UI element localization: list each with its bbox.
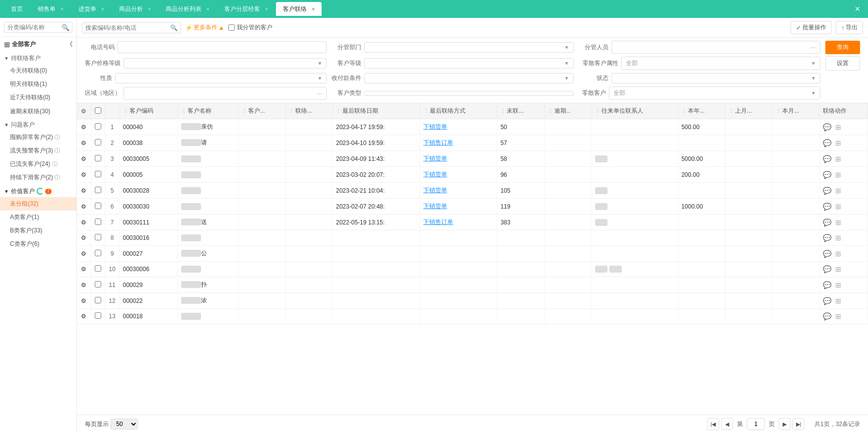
- sidebar-item-7days-pending[interactable]: 近7天待联络(0): [0, 91, 76, 104]
- my-customers-checkbox[interactable]: [228, 24, 235, 31]
- action-grid-icon[interactable]: ⊞: [835, 265, 841, 273]
- contact-method-link[interactable]: 下销售订单: [423, 139, 453, 146]
- action-comment-icon[interactable]: 💬: [823, 171, 831, 179]
- tab-product-analysis[interactable]: 商品分析 ×: [112, 2, 158, 16]
- row-checkbox[interactable]: [95, 155, 101, 161]
- row-checkbox[interactable]: [95, 139, 101, 145]
- refresh-icon[interactable]: [37, 188, 44, 195]
- sidebar-item-tomorrow-pending[interactable]: 明天待联络(1): [0, 77, 76, 91]
- action-comment-icon[interactable]: 💬: [823, 139, 831, 147]
- contact-method-link[interactable]: 下销货单: [423, 155, 447, 162]
- row-settings[interactable]: ⚙: [77, 262, 91, 277]
- action-comment-icon[interactable]: 💬: [823, 234, 831, 242]
- row-settings[interactable]: ⚙: [77, 230, 91, 246]
- action-grid-icon[interactable]: ⊞: [835, 297, 841, 305]
- sidebar-item-class-b[interactable]: B类客户(33): [0, 224, 76, 237]
- row-checkbox[interactable]: [95, 250, 101, 256]
- batch-operation-button[interactable]: ✓ 批量操作: [791, 21, 832, 34]
- sidebar-item-declining[interactable]: 持续下滑客户(2) ⓘ: [0, 171, 76, 184]
- sidebar-item-churn-warning[interactable]: 流失预警客户(3) ⓘ: [0, 144, 76, 157]
- sidebar-item-class-a[interactable]: A类客户(1): [0, 211, 76, 224]
- status-select[interactable]: ▼: [611, 73, 820, 83]
- row-settings[interactable]: ⚙: [77, 183, 91, 199]
- action-comment-icon[interactable]: 💬: [823, 155, 831, 163]
- row-checkbox[interactable]: [95, 203, 101, 209]
- action-comment-icon[interactable]: 💬: [823, 250, 831, 258]
- row-settings[interactable]: ⚙: [77, 215, 91, 230]
- close-customer-segment-tab[interactable]: ×: [265, 6, 268, 12]
- region-select[interactable]: ···: [124, 87, 327, 100]
- action-grid-icon[interactable]: ⊞: [835, 281, 841, 289]
- row-settings[interactable]: ⚙: [77, 293, 91, 309]
- close-customer-contact-tab[interactable]: ×: [312, 6, 315, 12]
- customer-type-select[interactable]: [364, 91, 573, 96]
- phone-input[interactable]: [118, 41, 327, 53]
- sidebar-item-class-c[interactable]: C类客户(6): [0, 237, 76, 251]
- action-grid-icon[interactable]: ⊞: [835, 250, 841, 258]
- close-sales-tab[interactable]: ×: [61, 6, 64, 12]
- row-checkbox[interactable]: [95, 234, 101, 240]
- action-comment-icon[interactable]: 💬: [823, 203, 831, 211]
- nature-select[interactable]: ▼: [115, 73, 327, 83]
- reset-button[interactable]: 设置: [825, 56, 860, 71]
- action-comment-icon[interactable]: 💬: [823, 123, 831, 131]
- action-grid-icon[interactable]: ⊞: [835, 139, 841, 147]
- region-dots[interactable]: ···: [317, 89, 323, 97]
- close-product-analysis-tab[interactable]: ×: [148, 6, 151, 12]
- row-settings[interactable]: ⚙: [77, 135, 91, 151]
- per-page-select[interactable]: 50 100 200: [111, 419, 138, 430]
- contact-method-link[interactable]: 下销货单: [423, 123, 447, 130]
- retail-attr-select[interactable]: 全部 ▼: [621, 57, 820, 70]
- sidebar-item-hoard-abnormal[interactable]: 囤购异常客户(2) ⓘ: [0, 131, 76, 144]
- row-checkbox[interactable]: [95, 312, 101, 319]
- action-grid-icon[interactable]: ⊞: [835, 312, 841, 320]
- row-settings[interactable]: ⚙: [77, 246, 91, 262]
- page-number-input[interactable]: [747, 418, 765, 430]
- tab-home[interactable]: 首页: [4, 2, 30, 16]
- action-comment-icon[interactable]: 💬: [823, 281, 831, 289]
- close-window-button[interactable]: ×: [851, 4, 864, 14]
- page-last-button[interactable]: ▶|: [793, 418, 804, 430]
- tab-sales[interactable]: 销售单 ×: [31, 2, 70, 16]
- row-checkbox[interactable]: [95, 171, 101, 177]
- contact-method-link[interactable]: 下销货单: [423, 203, 447, 210]
- collapse-icon[interactable]: 《: [67, 40, 72, 49]
- action-comment-icon[interactable]: 💬: [823, 187, 831, 195]
- export-button[interactable]: ↑ 导出: [836, 21, 863, 34]
- filter-search-input[interactable]: [85, 24, 170, 31]
- sidebar-item-ungrouped[interactable]: 未分组(32): [0, 197, 76, 211]
- action-comment-icon[interactable]: 💬: [823, 265, 831, 273]
- retail-customer-select[interactable]: 全部 ▼: [609, 86, 820, 100]
- action-grid-icon[interactable]: ⊞: [835, 155, 841, 163]
- row-checkbox[interactable]: [95, 265, 101, 272]
- action-grid-icon[interactable]: ⊞: [835, 171, 841, 179]
- row-settings[interactable]: ⚙: [77, 167, 91, 183]
- contact-method-link[interactable]: 下销货单: [423, 171, 447, 178]
- contact-method-link[interactable]: 下销售订单: [423, 218, 453, 225]
- action-comment-icon[interactable]: 💬: [823, 218, 831, 226]
- row-checkbox[interactable]: [95, 123, 101, 130]
- action-grid-icon[interactable]: ⊞: [835, 218, 841, 226]
- tab-customer-contact[interactable]: 客户联络 ×: [276, 2, 322, 16]
- person-select[interactable]: ···: [611, 41, 820, 54]
- row-settings[interactable]: ⚙: [77, 309, 91, 324]
- price-level-select[interactable]: ▼: [124, 58, 327, 69]
- payment-select[interactable]: ▼: [364, 73, 573, 83]
- page-next-button[interactable]: ▶: [779, 418, 791, 430]
- tab-customer-segment[interactable]: 客户分层经客 ×: [217, 2, 275, 16]
- dept-select[interactable]: ▼: [364, 42, 573, 53]
- row-checkbox[interactable]: [95, 297, 101, 303]
- col-settings[interactable]: ⚙: [77, 103, 91, 119]
- sidebar-all-customers[interactable]: ⊞ 全部客户 《: [0, 37, 76, 52]
- action-grid-icon[interactable]: ⊞: [835, 187, 841, 195]
- row-settings[interactable]: ⚙: [77, 119, 91, 135]
- select-all-checkbox[interactable]: [95, 107, 101, 114]
- contact-method-link[interactable]: 下销货单: [423, 187, 447, 194]
- action-grid-icon[interactable]: ⊞: [835, 123, 841, 131]
- row-checkbox[interactable]: [95, 187, 101, 193]
- action-comment-icon[interactable]: 💬: [823, 297, 831, 305]
- action-grid-icon[interactable]: ⊞: [835, 203, 841, 211]
- close-purchase-tab[interactable]: ×: [101, 6, 104, 12]
- page-prev-button[interactable]: ◀: [721, 418, 733, 430]
- tab-product-analysis-list[interactable]: 商品分析列表 ×: [159, 2, 216, 16]
